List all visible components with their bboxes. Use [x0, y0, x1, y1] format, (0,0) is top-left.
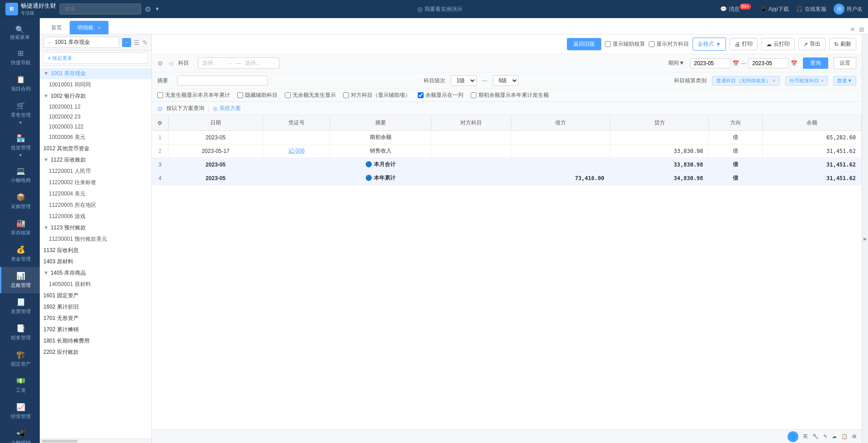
tree-item-11220005[interactable]: 11220005 所在地区	[40, 200, 151, 211]
tree-item-1702[interactable]: 1702 累计摊销	[40, 324, 151, 335]
global-search-input[interactable]	[60, 4, 141, 14]
tree-item-10020003[interactable]: 10020003 122	[40, 122, 151, 132]
subject-filter-input[interactable]: 选择... ··· — 选择... ···	[198, 57, 279, 69]
level-start-select[interactable]: 1级 2级	[451, 75, 476, 86]
tree-item-1602[interactable]: 1602 累计折旧	[40, 301, 151, 313]
show-aux-calc-input[interactable]	[605, 41, 611, 47]
tree-item-11220006[interactable]: 11220006 游戏	[40, 211, 151, 222]
tree-item-1403[interactable]: 1403 原材料	[40, 256, 151, 267]
list-icon[interactable]: ☰	[134, 39, 140, 46]
tab-detail[interactable]: 明细账 ×	[70, 21, 108, 34]
checkbox-period-beginning-input[interactable]	[471, 92, 476, 98]
tree-item-10020006[interactable]: 10020006 美元	[40, 132, 151, 143]
tree-item-14050001[interactable]: 14050001 原材料	[40, 279, 151, 290]
tree-item-11220004[interactable]: 11220004 美元	[40, 188, 151, 200]
sidebar-item-accounting[interactable]: 📊 总账管理	[0, 267, 40, 293]
checkbox-period-beginning[interactable]: 期初余额显示本年累计发生额	[471, 91, 549, 99]
tree-item-1001[interactable]: ▼1001 库存现金	[40, 68, 151, 79]
sidebar-item-retail[interactable]: 🛒 零售管理 ▼	[0, 97, 40, 129]
export-btn[interactable]: ↗ 导出	[798, 38, 826, 50]
sidebar-item-ecommerce[interactable]: 💻 小畅电商	[0, 162, 40, 188]
calendar-start-icon[interactable]: 📅	[732, 60, 739, 67]
demo-link[interactable]: ◎ 我要看实例演示	[417, 5, 462, 13]
voucher-link[interactable]: 记-006	[288, 148, 305, 154]
checkbox-show-balance-col-input[interactable]	[418, 92, 424, 98]
tab-close-btn[interactable]: ×	[98, 25, 100, 30]
calc-type-normal-remove[interactable]: ×	[773, 78, 775, 83]
settings-filter-btn[interactable]: 设置	[834, 57, 856, 69]
message-btn[interactable]: 💬 消息 99+	[720, 5, 753, 13]
tree-item-10020001[interactable]: 10020001 12	[40, 102, 151, 112]
status-cloud-icon[interactable]: ☁	[832, 433, 837, 439]
sidebar-item-inventory[interactable]: 🏭 库存核算	[0, 214, 40, 241]
status-expand-icon[interactable]: ⊞	[852, 433, 856, 439]
collapse-btn[interactable]: ∧ 收起更多	[43, 52, 148, 64]
sidebar-item-tax[interactable]: 📑 税务管理	[0, 319, 40, 346]
edit-icon[interactable]: ✎	[142, 39, 148, 46]
sidebar-item-quick-nav[interactable]: ⊞ 快捷导航	[0, 44, 40, 71]
cloud-print-btn[interactable]: ☁ 云打印	[761, 38, 795, 50]
tree-item-2202[interactable]: 2202 应付账款	[40, 347, 151, 358]
row-voucher[interactable]: 记-006	[263, 144, 330, 158]
sidebar-item-xiaochang-sales[interactable]: 📲 小畅报销	[0, 424, 40, 443]
tree-item-11220001[interactable]: 11220001 人民币	[40, 166, 151, 177]
tree-item-1601[interactable]: 1601 固定资产	[40, 290, 151, 301]
checkbox-show-balance-col[interactable]: 余额显示在一列	[418, 91, 463, 99]
show-aux-calc-checkbox[interactable]: 显示辅助核算	[605, 40, 645, 48]
status-edit-icon[interactable]: ✎	[823, 433, 827, 439]
lang-btn[interactable]: 🌐	[788, 431, 798, 442]
tree-item-1405[interactable]: ▼1405 库存商品	[40, 267, 151, 279]
checkbox-no-balance-occur[interactable]: 无余额无发生显示	[285, 91, 336, 99]
side-collapse-btn[interactable]: ▶	[862, 34, 868, 443]
checkbox-hide-helper-input[interactable]	[237, 92, 243, 98]
sidebar-item-capital[interactable]: 💰 资金管理	[0, 241, 40, 267]
checkbox-hide-helper[interactable]: 隐藏辅助科目	[237, 91, 278, 99]
level-end-select[interactable]: 6级 5级	[493, 75, 519, 86]
tree-item-11220002[interactable]: 11220002 往来标签	[40, 177, 151, 188]
sidebar-item-invoice[interactable]: 🧾 发票管理	[0, 293, 40, 319]
sidebar-item-project[interactable]: 📋 项目合同	[0, 71, 40, 97]
collapse-filter-icon[interactable]: ◁	[169, 60, 173, 67]
calendar-end-icon[interactable]: 📅	[791, 60, 797, 67]
tree-scrollbar[interactable]	[40, 438, 151, 443]
col-settings-icon[interactable]: ⚙	[157, 120, 162, 126]
checkbox-opposite-subject[interactable]: 对方科目（显示辅助项）	[343, 91, 410, 99]
tree-item-1132[interactable]: 1132 应收利息	[40, 245, 151, 256]
tree-item-1801[interactable]: 1801 长期待摊费用	[40, 335, 151, 347]
checkbox-no-occur[interactable]: 无发生额显示本月本年累计	[157, 91, 230, 99]
tree-item-1123[interactable]: ▼1123 预付账款	[40, 222, 151, 233]
status-lang[interactable]: 英	[803, 433, 808, 440]
period-end-input[interactable]	[748, 58, 789, 68]
tab-expand-btn[interactable]: ⊞	[859, 26, 864, 33]
show-opposite-checkbox[interactable]: 显示对方科目	[649, 40, 689, 48]
status-copy-icon[interactable]: 📋	[841, 433, 848, 439]
navigate-arrow-btn[interactable]: →	[122, 38, 131, 47]
user-avatar[interactable]: 用 用户名	[834, 4, 863, 14]
col-settings[interactable]: ⚙	[152, 115, 168, 131]
calc-type-normal-tag[interactable]: 普通科目（无特殊核算） ×	[712, 76, 779, 86]
calc-type-foreign-remove[interactable]: ×	[821, 78, 824, 83]
tree-item-1012[interactable]: 1012 其他货币资金	[40, 143, 151, 154]
tab-home[interactable]: 首页	[43, 21, 70, 34]
sidebar-item-payroll[interactable]: 💵 工资	[0, 372, 40, 398]
return-old-btn[interactable]: 返回旧版	[567, 38, 601, 50]
tree-item-11230001[interactable]: 11230001 预付账款美元	[40, 233, 151, 245]
tree-item-1701[interactable]: 1701 无形资产	[40, 313, 151, 324]
settings-filter-icon[interactable]: ⚙	[157, 60, 163, 67]
tree-item-10020002[interactable]: 10020002 23	[40, 112, 151, 122]
sidebar-item-purchase[interactable]: 📦 采购管理	[0, 188, 40, 214]
system-scheme-btn[interactable]: ◎ 系统方案	[213, 105, 241, 112]
tree-item-1002[interactable]: ▼1002 银行存款	[40, 91, 151, 102]
sidebar-item-fixed-assets[interactable]: 🏗️ 固定资产	[0, 346, 40, 372]
query-btn[interactable]: 查询	[803, 57, 828, 69]
show-opposite-input[interactable]	[649, 41, 655, 47]
calc-type-quantity-tag[interactable]: 数量▼	[833, 76, 856, 86]
checkbox-no-occur-input[interactable]	[157, 92, 163, 98]
settings-icon[interactable]: ⚙	[145, 5, 151, 14]
period-start-input[interactable]	[690, 58, 731, 68]
checkbox-opposite-subject-input[interactable]	[343, 92, 349, 98]
tree-item-10010001[interactable]: 10010001 同同同	[40, 79, 151, 91]
calc-type-foreign-tag[interactable]: 外币核算科目 ×	[785, 76, 828, 86]
summary-filter-input[interactable]	[177, 76, 268, 86]
status-tools-icon[interactable]: 🔧	[812, 433, 819, 439]
